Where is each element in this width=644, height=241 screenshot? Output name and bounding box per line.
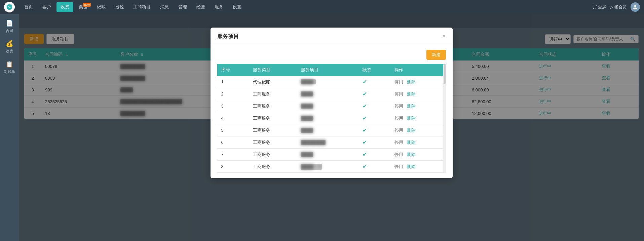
modal-table-row: 2 工商服务 ████ ✔ 停用 删除 xyxy=(217,88,446,100)
status-check-icon: ✔ xyxy=(363,127,367,133)
modal-cell-seq: 3 xyxy=(217,100,249,112)
nav-service[interactable]: 服务 xyxy=(211,2,227,12)
new-badge: new xyxy=(83,3,91,7)
fullscreen-icon: ⛶ xyxy=(593,5,597,9)
modal-cell-item: ████ xyxy=(297,100,359,112)
svg-point-1 xyxy=(634,5,636,7)
nav-home[interactable]: 首页 xyxy=(20,2,37,12)
modal-cell-item: ████ xyxy=(297,112,359,124)
nav-tax[interactable]: 报税 xyxy=(111,2,128,12)
stop-button[interactable]: 停用 xyxy=(394,79,403,84)
status-check-icon: ✔ xyxy=(363,91,367,97)
service-table: 序号 服务类型 服务项目 状态 操作 1 代理记账 ████1 ✔ 停用 删除 xyxy=(217,64,446,173)
stop-button[interactable]: 停用 xyxy=(394,164,403,169)
modal-col-status: 状态 xyxy=(358,64,390,76)
modal-cell-status: ✔ xyxy=(358,136,390,149)
delete-button[interactable]: 删除 xyxy=(407,164,416,169)
contract-icon: 📄 xyxy=(6,19,13,27)
modal-cell-seq: 7 xyxy=(217,149,249,161)
stop-button[interactable]: 停用 xyxy=(394,116,403,121)
main-content: 新增 服务项目 进行中 全部 已结束 🔍 序号 合同编码 ⇅ 客户名称 ⇅ 服务… xyxy=(19,28,644,241)
modal-body: 新建 序号 服务类型 服务项目 状态 操作 xyxy=(211,44,453,178)
modal-new-button[interactable]: 新建 xyxy=(426,50,446,60)
modal-table-row: 8 工商服务 ████注册 ✔ 停用 删除 xyxy=(217,161,446,173)
modal-cell-item: ████ xyxy=(297,88,359,100)
modal-cell-status: ✔ xyxy=(358,161,390,173)
modal-cell-seq: 8 xyxy=(217,161,249,173)
modal-cell-seq: 6 xyxy=(217,136,249,149)
stop-button[interactable]: 停用 xyxy=(394,104,403,109)
nav-menu: 首页 客户 收费 票据 new 记账 报税 工商项目 消息 管理 经营 服务 设… xyxy=(20,2,593,12)
modal-toolbar: 新建 xyxy=(217,50,446,60)
modal-col-type: 服务类型 xyxy=(249,64,297,76)
modal-cell-actions: 停用 删除 xyxy=(390,161,446,173)
delete-button[interactable]: 删除 xyxy=(407,91,416,96)
nav-fee[interactable]: 收费 xyxy=(56,2,73,12)
sidebar-item-fee[interactable]: 💰 收费 xyxy=(1,37,18,56)
modal-cell-actions: 停用 删除 xyxy=(390,124,446,136)
modal-cell-item: ████████ xyxy=(297,136,359,149)
modal-table-row: 1 代理记账 ████1 ✔ 停用 删除 xyxy=(217,76,446,88)
sidebar-item-reconciliation[interactable]: 📋 对账单 xyxy=(1,58,18,77)
modal-overlay: 服务项目 × 新建 序号 服务类型 服务项目 状态 xyxy=(19,14,644,241)
modal-cell-item: ████注册 xyxy=(297,161,359,173)
modal-cell-type: 工商服务 xyxy=(249,149,297,161)
modal-cell-type: 代理记账 xyxy=(249,76,297,88)
delete-button[interactable]: 删除 xyxy=(407,104,416,109)
modal-table-row: 5 工商服务 ████ ✔ 停用 删除 xyxy=(217,124,446,136)
nav-industry[interactable]: 工商项目 xyxy=(129,2,155,12)
nav-message[interactable]: 消息 xyxy=(156,2,173,12)
modal-table-row: 3 工商服务 ████ ✔ 停用 删除 xyxy=(217,100,446,112)
modal-title: 服务项目 xyxy=(217,33,239,40)
modal-cell-type: 工商服务 xyxy=(249,88,297,100)
scrollbar-thumb xyxy=(444,64,446,84)
nav-invoice[interactable]: 票据 new xyxy=(75,2,91,12)
nav-customer[interactable]: 客户 xyxy=(38,2,55,12)
stop-button[interactable]: 停用 xyxy=(394,128,403,133)
modal-cell-actions: 停用 删除 xyxy=(390,112,446,124)
service-items-modal: 服务项目 × 新建 序号 服务类型 服务项目 状态 xyxy=(211,28,453,178)
status-check-icon: ✔ xyxy=(363,164,367,169)
stop-button[interactable]: 停用 xyxy=(394,140,403,145)
sidebar-item-contract[interactable]: 📄 合同 xyxy=(1,17,18,36)
sidebar-label-reconciliation: 对账单 xyxy=(4,69,15,74)
delete-button[interactable]: 删除 xyxy=(407,140,416,145)
modal-table-row: 4 工商服务 ████ ✔ 停用 删除 xyxy=(217,112,446,124)
status-check-icon: ✔ xyxy=(363,115,367,121)
nav-settings[interactable]: 设置 xyxy=(229,2,245,12)
modal-cell-seq: 4 xyxy=(217,112,249,124)
modal-cell-type: 工商服务 xyxy=(249,112,297,124)
modal-cell-status: ✔ xyxy=(358,88,390,100)
nav-bookkeeping[interactable]: 记账 xyxy=(93,2,110,12)
nav-operation[interactable]: 经营 xyxy=(192,2,209,12)
modal-cell-type: 工商服务 xyxy=(249,124,297,136)
fullscreen-button[interactable]: ⛶ 全屏 xyxy=(593,4,606,10)
sidebar-label-fee: 收费 xyxy=(6,49,13,54)
modal-cell-seq: 2 xyxy=(217,88,249,100)
modal-cell-status: ✔ xyxy=(358,76,390,88)
sidebar-label-contract: 合同 xyxy=(6,28,13,33)
modal-close-button[interactable]: × xyxy=(442,33,446,40)
nav-manage[interactable]: 管理 xyxy=(174,2,191,12)
reconciliation-icon: 📋 xyxy=(6,61,13,68)
modal-cell-actions: 停用 删除 xyxy=(390,136,446,149)
delete-button[interactable]: 删除 xyxy=(407,152,416,157)
modal-cell-seq: 1 xyxy=(217,76,249,88)
modal-cell-status: ✔ xyxy=(358,100,390,112)
modal-cell-actions: 停用 删除 xyxy=(390,149,446,161)
vip-button[interactable]: ▷ 畅会员 xyxy=(610,4,627,10)
fee-icon: 💰 xyxy=(6,40,13,47)
modal-scrollbar[interactable] xyxy=(443,64,446,173)
stop-button[interactable]: 停用 xyxy=(394,91,403,96)
modal-header: 服务项目 × xyxy=(211,28,453,44)
vip-icon: ▷ xyxy=(610,5,613,9)
modal-cell-item: ████ xyxy=(297,149,359,161)
stop-button[interactable]: 停用 xyxy=(394,152,403,157)
delete-button[interactable]: 删除 xyxy=(407,116,416,121)
top-nav-right: ⛶ 全屏 ▷ 畅会员 xyxy=(593,2,640,12)
delete-button[interactable]: 删除 xyxy=(407,79,416,84)
user-avatar[interactable] xyxy=(631,2,640,12)
modal-cell-type: 工商服务 xyxy=(249,136,297,149)
modal-table-row: 7 工商服务 ████ ✔ 停用 删除 xyxy=(217,149,446,161)
delete-button[interactable]: 删除 xyxy=(407,128,416,133)
